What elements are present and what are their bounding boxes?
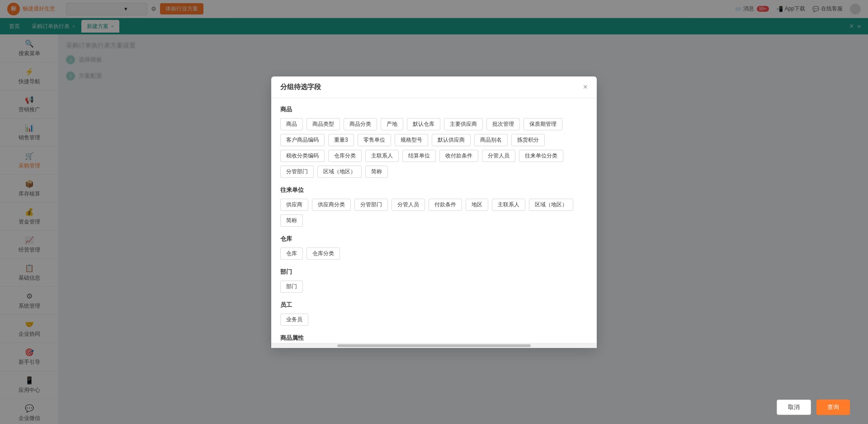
section-warehouse-title: 仓库: [280, 235, 588, 243]
field-tag[interactable]: 供应商分类: [312, 199, 351, 211]
field-tag[interactable]: 简称: [365, 166, 388, 178]
field-tag[interactable]: 客户商品编码: [280, 134, 325, 146]
field-tag[interactable]: 拣货积分: [511, 134, 545, 146]
field-tag[interactable]: 简称: [280, 214, 303, 227]
modal-header: 分组待选字段 ×: [271, 76, 597, 98]
section-partner: 往来单位 供应商 供应商分类 分管部门 分管人员 付款条件 地区 主联系人 区域…: [280, 186, 588, 227]
field-tag[interactable]: 部门: [280, 281, 303, 293]
field-tag[interactable]: 默认供应商: [432, 134, 471, 146]
field-tag[interactable]: 默认仓库: [407, 118, 440, 130]
field-tag[interactable]: 零售单位: [358, 134, 391, 146]
section-department: 部门 部门: [280, 268, 588, 293]
field-tag[interactable]: 商品分类: [344, 118, 377, 130]
modal: 分组待选字段 × 商品 商品 商品类型 商品分类 产地 默认仓库 主要供应商 批…: [271, 76, 597, 348]
field-tag[interactable]: 分管部门: [280, 166, 314, 178]
cancel-button[interactable]: 取消: [777, 400, 811, 415]
field-tags-department: 部门: [280, 281, 588, 293]
field-tag[interactable]: 保质期管理: [524, 118, 562, 130]
section-warehouse: 仓库 仓库 仓库分类: [280, 235, 588, 260]
field-tag[interactable]: 分管人员: [392, 199, 425, 211]
field-tag[interactable]: 仓库: [280, 248, 303, 260]
field-tag[interactable]: 主联系人: [492, 199, 525, 211]
field-tag[interactable]: 规格型号: [395, 134, 428, 146]
modal-title: 分组待选字段: [280, 83, 321, 91]
section-employee-title: 员工: [280, 301, 588, 309]
field-tags-partner: 供应商 供应商分类 分管部门 分管人员 付款条件 地区 主联系人 区域（地区） …: [280, 199, 588, 227]
field-tag[interactable]: 批次管理: [486, 118, 520, 130]
section-partner-title: 往来单位: [280, 186, 588, 194]
section-department-title: 部门: [280, 268, 588, 276]
field-tag[interactable]: 区域（地区）: [529, 199, 573, 211]
section-goods-title: 商品: [280, 105, 588, 114]
field-tag[interactable]: 地区: [466, 199, 488, 211]
confirm-button[interactable]: 查询: [816, 400, 850, 415]
field-tag[interactable]: 业务员: [280, 314, 308, 326]
section-goods: 商品 商品 商品类型 商品分类 产地 默认仓库 主要供应商 批次管理 保质期管理…: [280, 105, 588, 178]
footer-buttons: 取消 查询: [777, 400, 850, 415]
section-product-attr: 商品属性 属性 颜色 多规格 尺码 鞋码 1: [280, 334, 588, 343]
field-tag[interactable]: 供应商: [280, 199, 308, 211]
field-tag[interactable]: 税收分类编码: [280, 150, 325, 162]
field-tag[interactable]: 仓库分类: [328, 150, 362, 162]
field-tag[interactable]: 往来单位分类: [519, 150, 563, 162]
field-tag[interactable]: 收付款条件: [439, 150, 478, 162]
field-tag[interactable]: 产地: [381, 118, 403, 130]
field-tag[interactable]: 区域（地区）: [317, 166, 362, 178]
modal-overlay: 分组待选字段 × 商品 商品 商品类型 商品分类 产地 默认仓库 主要供应商 批…: [0, 0, 868, 424]
field-tags-goods: 商品 商品类型 商品分类 产地 默认仓库 主要供应商 批次管理 保质期管理 客户…: [280, 118, 588, 178]
field-tag[interactable]: 商品别名: [474, 134, 508, 146]
field-tag[interactable]: 分管人员: [482, 150, 515, 162]
field-tag[interactable]: 分管部门: [354, 199, 388, 211]
field-tags-employee: 业务员: [280, 314, 588, 326]
field-tag[interactable]: 结算单位: [402, 150, 436, 162]
field-tag[interactable]: 仓库分类: [307, 248, 340, 260]
section-product-attr-title: 商品属性: [280, 334, 588, 342]
field-tag[interactable]: 商品类型: [307, 118, 340, 130]
field-tag[interactable]: 商品: [280, 118, 303, 130]
section-employee: 员工 业务员: [280, 301, 588, 326]
field-tag[interactable]: 付款条件: [429, 199, 462, 211]
field-tag[interactable]: 重量3: [328, 134, 354, 146]
field-tag[interactable]: 主联系人: [365, 150, 399, 162]
modal-body: 商品 商品 商品类型 商品分类 产地 默认仓库 主要供应商 批次管理 保质期管理…: [271, 98, 597, 343]
field-tag[interactable]: 主要供应商: [444, 118, 483, 130]
modal-close-btn[interactable]: ×: [583, 83, 588, 91]
field-tags-warehouse: 仓库 仓库分类: [280, 248, 588, 260]
modal-hscroll[interactable]: [271, 343, 597, 348]
